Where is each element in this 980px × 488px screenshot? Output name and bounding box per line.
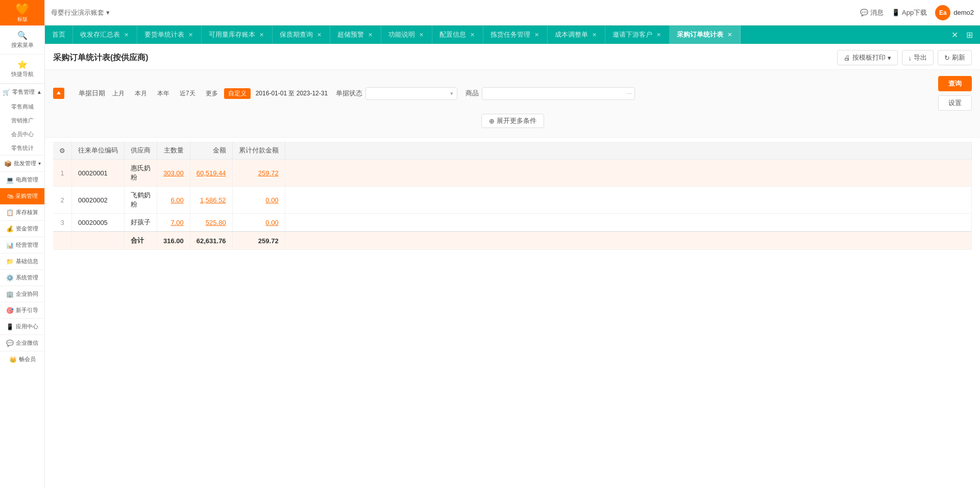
sidebar-item-vip[interactable]: 👑 畅会员 (0, 351, 44, 367)
query-btn-group: 查询 设置 (938, 76, 972, 111)
sidebar-item-member[interactable]: 会员中心 (0, 127, 44, 141)
sidebar-item-basic[interactable]: 📁 基础信息 (0, 253, 44, 270)
expand-more-button[interactable]: ⊕ 展开更多条件 (481, 114, 544, 128)
footer-paid: 259.72 (232, 232, 285, 250)
tab-home[interactable]: 首页 (45, 25, 73, 44)
tab-config-info[interactable]: 配置信息 ✕ (432, 25, 483, 44)
date-shortcut-more[interactable]: 更多 (202, 88, 222, 99)
goods-input-wrapper: ··· (482, 87, 635, 100)
page-header: 采购订单统计表(按供应商) 🖨 按模板打印 ▾ ↓ 导出 ↻ 刷新 (45, 44, 980, 70)
sidebar-item-finance[interactable]: 💰 资金管理 (0, 221, 44, 237)
sidebar-item-enterprise[interactable]: 🏢 企业协同 (0, 286, 44, 302)
enterprise-icon: 🏢 (6, 291, 14, 298)
th-code: 往来单位编码 (72, 142, 125, 160)
tab-cost-adjust[interactable]: 成本调整单 ✕ (548, 25, 605, 44)
export-button[interactable]: ↓ 导出 (902, 50, 934, 65)
sidebar-item-operation[interactable]: 📊 经营管理 (0, 237, 44, 253)
topbar-msg-button[interactable]: 💬 消息 (860, 8, 884, 17)
sidebar-item-wholesale[interactable]: 📦 批发管理 ▾ (0, 156, 44, 172)
sidebar-item-retail[interactable]: 🛒 零售管理 ▲ (0, 84, 44, 100)
status-select[interactable] (365, 87, 457, 100)
topbar-user[interactable]: Ea demo2 (935, 5, 974, 20)
table-footer-row: 合计 316.00 62,631.76 259.72 (53, 232, 972, 250)
table-row: 2 00020002 飞鹤奶粉 6.00 1,586.52 0.00 (53, 187, 972, 214)
sidebar-item-newguide[interactable]: 🎯 新手引导 (0, 302, 44, 319)
print-arrow-icon: ▾ (888, 54, 891, 62)
date-shortcut-this-month[interactable]: 本月 (131, 88, 151, 99)
topbar-actions: 💬 消息 📱 App下载 Ea demo2 (860, 5, 974, 20)
sidebar-item-ecommerce[interactable]: 💻 电商管理 (0, 172, 44, 188)
tab-close-cost-adjust[interactable]: ✕ (591, 31, 598, 39)
tab-picking-task[interactable]: 拣货任务管理 ✕ (483, 25, 548, 44)
sidebar-item-wechat[interactable]: 💬 企业微信 (0, 335, 44, 351)
date-shortcut-7days[interactable]: 近7天 (176, 88, 200, 99)
tab-overstock-alert[interactable]: 超储预警 ✕ (330, 25, 381, 44)
appcenter-icon: 📱 (6, 323, 14, 330)
footer-amount: 62,631.76 (190, 232, 232, 250)
vip-icon: 👑 (9, 356, 17, 363)
tab-close-goods-stats[interactable]: ✕ (187, 31, 194, 39)
tab-close-available-stock[interactable]: ✕ (258, 31, 265, 39)
footer-qty: 316.00 (157, 232, 190, 250)
tab-receive-summary[interactable]: 收发存汇总表 ✕ (73, 25, 137, 44)
th-gear[interactable]: ⚙ (53, 142, 72, 160)
topbar-app-button[interactable]: 📱 App下载 (892, 8, 927, 17)
row1-supplier: 惠氏奶粉 (125, 160, 157, 187)
footer-empty3 (285, 232, 971, 250)
tab-invite-downstream[interactable]: 邀请下游客户 ✕ (605, 25, 670, 44)
row3-no: 3 (53, 214, 72, 232)
tabbar: 首页 收发存汇总表 ✕ 要货单统计表 ✕ 可用量库存账本 ✕ 保质期查询 ✕ 超… (45, 25, 980, 44)
tab-function-desc[interactable]: 功能说明 ✕ (381, 25, 432, 44)
date-shortcut-this-year[interactable]: 本年 (153, 88, 174, 99)
tabbar-close-btn[interactable]: ✕ (948, 28, 961, 42)
tab-expiry-query[interactable]: 保质期查询 ✕ (273, 25, 330, 44)
goods-input-more-icon[interactable]: ··· (627, 90, 632, 97)
date-shortcut-last-month[interactable]: 上月 (108, 88, 129, 99)
basic-icon: 📁 (6, 258, 14, 265)
row3-paid: 0.00 (232, 214, 285, 232)
ecommerce-icon: 💻 (6, 176, 14, 184)
date-custom-badge[interactable]: 自定义 (224, 88, 251, 99)
print-button[interactable]: 🖨 按模板打印 ▾ (837, 50, 898, 65)
sidebar-item-inventory[interactable]: 📋 库存核算 (0, 204, 44, 221)
newguide-icon: 🎯 (6, 307, 14, 314)
sidebar-item-purchase[interactable]: 🛍 采购管理 (0, 188, 44, 204)
tab-close-overstock-alert[interactable]: ✕ (367, 31, 374, 39)
goods-input[interactable] (482, 87, 635, 100)
tab-close-invite-downstream[interactable]: ✕ (655, 31, 662, 39)
sidebar-item-search[interactable]: 🔍 搜索菜单 (0, 25, 44, 55)
tab-close-receive-summary[interactable]: ✕ (123, 31, 130, 39)
table-header-row: ⚙ 往来单位编码 供应商 主数量 金额 累计付款金额 (53, 142, 972, 160)
tab-close-purchase-stats[interactable]: ✕ (726, 31, 733, 39)
tab-close-config-info[interactable]: ✕ (469, 31, 476, 39)
sidebar-item-system[interactable]: ⚙️ 系统管理 (0, 270, 44, 286)
data-table: ⚙ 往来单位编码 供应商 主数量 金额 累计付款金额 1 00020001 (53, 142, 972, 250)
purchase-icon: 🛍 (7, 193, 13, 200)
tab-purchase-stats[interactable]: 采购订单统计表 ✕ (670, 25, 741, 44)
table-row: 1 00020001 惠氏奶粉 303.00 60,519.44 259.72 (53, 160, 972, 187)
msg-icon: 💬 (860, 9, 868, 16)
sidebar-item-marketing[interactable]: 营销推广 (0, 114, 44, 127)
refresh-button[interactable]: ↻ 刷新 (938, 50, 972, 65)
date-label: 单据日期 (79, 89, 105, 98)
row2-paid: 0.00 (232, 187, 285, 214)
row3-code: 00020005 (72, 214, 125, 232)
row1-qty: 303.00 (157, 160, 190, 187)
logo-text: 标版 (17, 16, 28, 23)
tab-available-stock[interactable]: 可用量库存账本 ✕ (202, 25, 273, 44)
sidebar-item-appcenter[interactable]: 📱 应用中心 (0, 319, 44, 335)
tab-close-expiry-query[interactable]: ✕ (316, 31, 323, 39)
sidebar-item-retail-stats[interactable]: 零售统计 (0, 141, 44, 156)
query-button[interactable]: 查询 (938, 76, 972, 91)
row3-empty (285, 214, 971, 232)
settings-button[interactable]: 设置 (938, 95, 972, 111)
tab-close-picking-task[interactable]: ✕ (533, 31, 540, 39)
footer-label: 合计 (125, 232, 157, 250)
tab-close-function-desc[interactable]: ✕ (418, 31, 425, 39)
sidebar-item-retail-mall[interactable]: 零售商城 (0, 100, 44, 114)
tabbar-expand-btn[interactable]: ⊞ (963, 28, 976, 42)
sidebar-item-quicknav[interactable]: ⭐ 快捷导航 (0, 55, 44, 84)
tab-goods-stats[interactable]: 要货单统计表 ✕ (137, 25, 202, 44)
filter-toggle[interactable] (53, 88, 64, 99)
date-range-display: 2016-01-01 至 2023-12-31 (256, 89, 328, 98)
